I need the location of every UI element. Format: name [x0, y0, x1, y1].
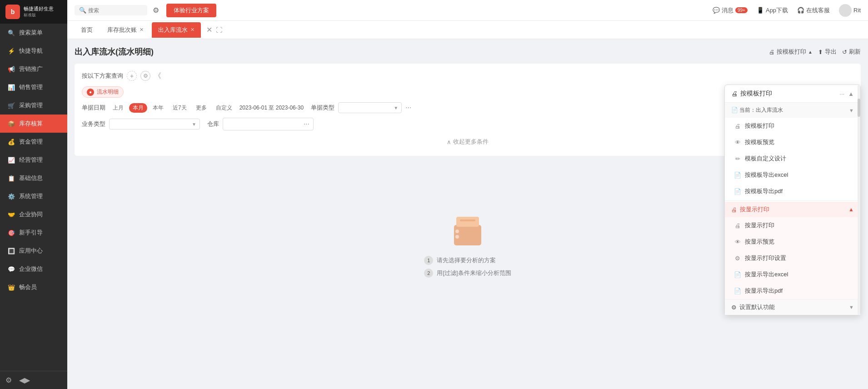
operations-icon: 📈	[7, 156, 15, 164]
excel-icon-item: 📄	[734, 171, 741, 179]
dropdown-item-display-excel[interactable]: 📄 按显示导出excel	[725, 266, 860, 283]
business-type-select[interactable]	[109, 119, 200, 130]
warehouse-input[interactable]: ···	[223, 118, 314, 130]
dropdown-item-label: 按模板预览	[745, 138, 774, 146]
dropdown-current-section: 📄 当前：出入库流水 ▼	[725, 103, 860, 118]
doc-type-select[interactable]	[338, 102, 402, 113]
dropdown-chevron-up-icon[interactable]: ▲	[848, 90, 854, 97]
tab-batch-account-label: 库存批次账	[107, 26, 137, 34]
preview-icon-item: 👁	[734, 139, 741, 146]
date-field: 单据日期 上月 本月 本年 近7天 更多 自定义 2023-06-01 至 20…	[82, 103, 304, 113]
topbar-search-box[interactable]: 🔍	[75, 5, 147, 15]
footer-text: 设置默认功能	[739, 303, 775, 311]
date-btn-last-month[interactable]: 上月	[109, 103, 127, 113]
system-icon: ⚙️	[7, 192, 15, 200]
tab-flow[interactable]: 出入库流水 ✕	[152, 22, 201, 38]
logo-icon: b	[5, 5, 20, 19]
doc-type-more-icon[interactable]: ···	[405, 104, 411, 112]
filter-settings-button[interactable]: ⚙	[140, 71, 150, 81]
settings-gear-icon[interactable]: ⚙	[153, 6, 159, 15]
sidebar-item-member[interactable]: 👑 畅会员	[0, 278, 67, 296]
doc-type-select-wrap[interactable]	[338, 102, 402, 113]
dropdown-item-display-print[interactable]: 🖨 按显示打印	[725, 217, 860, 234]
filter-header-label: 按以下方案查询	[82, 72, 123, 80]
dropdown-item-template-print[interactable]: 🖨 按模板打印	[725, 118, 860, 134]
display-preview-icon: 👁	[734, 238, 741, 245]
tab-batch-account-close[interactable]: ✕	[140, 27, 144, 33]
dropdown-item-label: 按显示导出excel	[745, 270, 788, 279]
dropdown-footer[interactable]: ⚙ 设置默认功能 ▼	[725, 299, 860, 315]
flow-detail-tag[interactable]: ● 流水明细	[82, 86, 124, 98]
filter-add-button[interactable]: +	[127, 71, 137, 81]
refresh-button[interactable]: ↺ 刷新	[842, 48, 861, 56]
date-range-display: 2023-06-01 至 2023-06-30	[239, 104, 304, 112]
sidebar-item-wechat[interactable]: 💬 企业微信	[0, 260, 67, 278]
phone-icon: 📱	[757, 7, 764, 14]
dropdown-item-display-pdf[interactable]: 📄 按显示导出pdf	[725, 283, 860, 299]
sidebar-item-label: 基础信息	[19, 174, 43, 182]
sidebar-item-search[interactable]: 🔍 搜索菜单	[0, 24, 67, 42]
sidebar-item-purchase[interactable]: 🛒 采购管理	[0, 96, 67, 115]
date-btn-this-year[interactable]: 本年	[149, 103, 167, 113]
message-btn[interactable]: 💬 消息 99+	[713, 6, 748, 15]
tab-batch-account[interactable]: 库存批次账 ✕	[101, 22, 150, 38]
date-btn-7days[interactable]: 近7天	[169, 103, 190, 113]
tab-flow-close[interactable]: ✕	[190, 27, 195, 33]
collapse-sidebar-icon[interactable]: ◀▶	[19, 376, 30, 384]
dropdown-more-icon[interactable]: ···	[839, 90, 844, 97]
warehouse-more-icon[interactable]: ···	[304, 120, 309, 128]
sidebar: b 畅捷通好生意 标准版 🔍 搜索菜单 ⚡ 快捷导航 📢 营销推广 📊 销售管理…	[0, 0, 67, 389]
date-btn-custom[interactable]: 自定义	[212, 103, 236, 113]
sidebar-item-inventory[interactable]: 📦 库存核算	[0, 115, 67, 133]
current-icon: 📄	[731, 107, 738, 113]
date-field-label: 单据日期	[82, 104, 105, 112]
sidebar-item-sales[interactable]: 📊 销售管理	[0, 78, 67, 96]
sidebar-item-label: 资金管理	[19, 138, 43, 146]
dropdown-item-template-excel[interactable]: 📄 按模板导出excel	[725, 167, 860, 183]
sidebar-item-finance[interactable]: 💰 资金管理	[0, 133, 67, 151]
tab-home[interactable]: 首页	[75, 22, 99, 38]
svg-rect-2	[460, 219, 475, 221]
online-service-btn[interactable]: 🎧 在线客服	[797, 6, 830, 15]
tag-icon: ●	[87, 89, 94, 96]
search-icon: 🔍	[7, 29, 15, 37]
date-btn-this-month[interactable]: 本月	[129, 103, 147, 113]
page-body: 出入库流水(流水明细) 🖨 按模板打印 ▲ ⬆ 导出 ↺ 刷新	[67, 39, 868, 389]
display-section-text: 按显示打印	[740, 205, 769, 214]
sidebar-item-quick-nav[interactable]: ⚡ 快捷导航	[0, 42, 67, 60]
dropdown-item-template-pdf[interactable]: 📄 按模板导出pdf	[725, 183, 860, 199]
dropdown-scrollbar[interactable]	[858, 85, 860, 315]
dropdown-item-template-design[interactable]: ✏ 模板自定义设计	[725, 150, 860, 167]
sidebar-item-marketing[interactable]: 📢 营销推广	[0, 60, 67, 78]
template-print-button[interactable]: 🖨 按模板打印 ▲	[769, 48, 813, 56]
tab-close-all-icon[interactable]: ✕	[206, 25, 212, 34]
dropdown-item-display-preview[interactable]: 👁 按显示预览	[725, 234, 860, 250]
dropdown-item-label: 按显示预览	[745, 238, 774, 246]
member-icon: 👑	[7, 283, 15, 291]
date-btn-more[interactable]: 更多	[192, 103, 210, 113]
sidebar-item-collab[interactable]: 🤝 企业协同	[0, 205, 67, 224]
step-number-1: 1	[424, 256, 433, 265]
dropdown-display-section-header[interactable]: 🖨 按显示打印 ▲	[725, 202, 860, 217]
sidebar-item-operations[interactable]: 📈 经营管理	[0, 151, 67, 169]
dropdown-chevron-down-icon[interactable]: ▼	[849, 108, 854, 113]
user-avatar-btn[interactable]: Rit	[839, 4, 861, 17]
sidebar-item-system[interactable]: ⚙️ 系统管理	[0, 187, 67, 205]
sidebar-item-app-center[interactable]: 🔳 应用中心	[0, 242, 67, 260]
dropdown-item-display-settings[interactable]: ⚙ 按显示打印设置	[725, 250, 860, 266]
trial-button[interactable]: 体验行业方案	[166, 4, 216, 17]
business-type-select-wrap[interactable]	[109, 119, 200, 130]
dropdown-item-template-preview[interactable]: 👁 按模板预览	[725, 134, 860, 150]
filter-collapse-icon[interactable]: 《	[154, 71, 161, 81]
logo-text-wrap: 畅捷通好生意 标准版	[24, 5, 54, 18]
export-button[interactable]: ⬆ 导出	[818, 48, 837, 56]
page-title: 出入库流水(流水明细)	[75, 46, 154, 57]
tab-expand-icon[interactable]: ⛶	[216, 26, 222, 34]
settings-icon[interactable]: ⚙	[5, 376, 12, 384]
printer-icon: 🖨	[769, 49, 775, 55]
search-input[interactable]	[88, 7, 134, 14]
sidebar-item-guide[interactable]: 🎯 新手引导	[0, 224, 67, 242]
sidebar-item-basic-info[interactable]: 📋 基础信息	[0, 169, 67, 187]
app-download-btn[interactable]: 📱 App下载	[757, 6, 788, 15]
logo-brand: 畅捷通好生意	[24, 5, 54, 12]
